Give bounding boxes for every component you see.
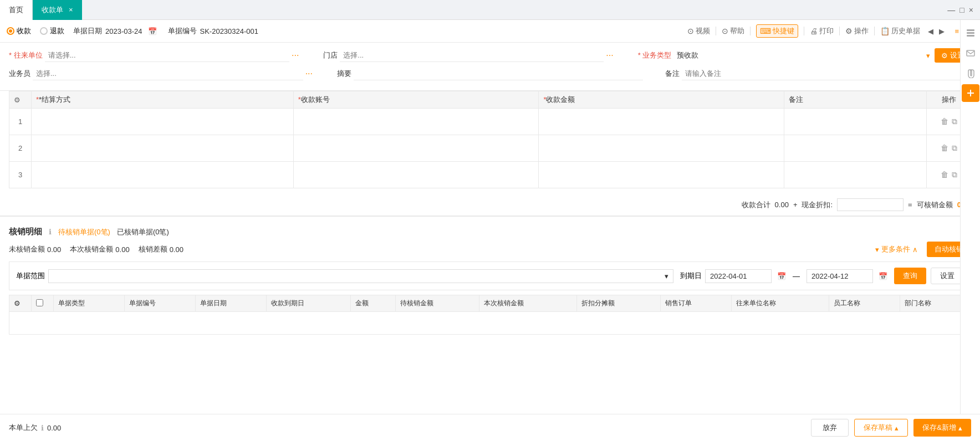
cell-account-1[interactable] [293, 109, 539, 135]
cell-account-3[interactable] [293, 162, 539, 188]
more-conditions-label: 更多条件 [881, 244, 910, 254]
copy-icon-1[interactable]: ⧉ [952, 117, 957, 126]
filter-settings-button[interactable]: 设置 [931, 268, 964, 284]
main-content: 收款 退款 单据日期 2023-03-24 📅 单据编号 SK-20230324… [0, 20, 980, 441]
pending-tab-link[interactable]: 待核销单据(0笔) [58, 227, 110, 237]
cell-settlement-1[interactable] [32, 109, 294, 135]
bottom-col-discount: 折扣分摊额 [576, 295, 661, 312]
done-tab-link[interactable]: 已核销单据(0笔) [117, 227, 169, 237]
history-label: 历史单据 [891, 26, 920, 36]
sidebar-email-icon[interactable] [962, 44, 979, 62]
cell-notes-3[interactable] [784, 162, 927, 188]
cell-amount-1[interactable] [539, 109, 784, 135]
this-cancel-label: 本次核销金额 [70, 244, 113, 254]
abandon-button[interactable]: 放弃 [811, 419, 849, 437]
bottom-settings-icon[interactable]: ⚙ [14, 299, 21, 307]
bottom-table-empty-row [9, 312, 971, 335]
date-from-input[interactable] [705, 269, 772, 283]
tab-close-icon[interactable]: × [69, 6, 73, 14]
stats-row: 未核销金额 0.00 本次核销金额 0.00 核销差额 0.00 ▾ 更多条件 … [9, 242, 971, 257]
nav-next-icon[interactable]: ▶ [937, 26, 947, 37]
settings-gear-icon: ⚙ [941, 52, 948, 60]
tab-active-label: 收款单 [42, 5, 63, 15]
sidebar-clip-icon[interactable] [962, 64, 979, 82]
maximize-button[interactable]: □ [959, 6, 964, 14]
writeoff-info-icon[interactable]: ℹ [49, 228, 52, 236]
range-select-inner: ▾ [53, 272, 668, 280]
shortcut-action[interactable]: ⌨ 快捷键 [756, 24, 798, 38]
chevron-up-icon: ∧ [912, 245, 918, 254]
store-input[interactable] [340, 49, 604, 62]
more-conditions[interactable]: ▾ 更多条件 ∧ [875, 244, 918, 254]
video-label: 视频 [696, 26, 710, 36]
sidebar-expand-icon[interactable] [962, 84, 979, 102]
partner-field: 往来单位 ··· [9, 49, 301, 62]
cell-notes-1[interactable] [784, 109, 927, 135]
partner-input[interactable] [45, 49, 289, 62]
video-icon: ⊙ [687, 27, 694, 35]
business-type-dropdown-icon[interactable]: ▾ [926, 52, 930, 60]
history-action[interactable]: 📋 历史单据 [880, 26, 920, 36]
summary-input[interactable] [354, 67, 643, 80]
print-action[interactable]: 🖨 打印 [810, 26, 834, 36]
col-notes-header: 备注 [784, 91, 927, 109]
cell-amount-3[interactable] [539, 162, 784, 188]
radio-shoukuan-circle [7, 27, 14, 35]
minimize-button[interactable]: — [947, 6, 955, 14]
cell-account-2[interactable] [293, 135, 539, 162]
discount-input[interactable] [837, 198, 904, 211]
partner-more-icon[interactable]: ··· [289, 50, 301, 60]
filter-row: 单据范围 ▾ 到期日 📅 — 📅 查询 设置 [9, 261, 971, 290]
select-all-checkbox[interactable] [36, 299, 43, 306]
filter-actions: 查询 设置 [894, 268, 964, 284]
cell-amount-2[interactable] [539, 135, 784, 162]
notes-input[interactable] [682, 67, 971, 80]
query-button[interactable]: 查询 [894, 268, 926, 284]
delete-icon-1[interactable]: 🗑 [941, 117, 948, 126]
footer-info-icon[interactable]: ℹ [41, 424, 44, 432]
tab-home[interactable]: 首页 [0, 0, 33, 20]
shortcut-label: 快捷键 [773, 26, 794, 36]
shortcut-icon: ⌨ [760, 27, 771, 35]
delete-icon-3[interactable]: 🗑 [941, 170, 948, 180]
cell-notes-2[interactable] [784, 135, 927, 162]
operation-label: 操作 [854, 26, 869, 36]
staff-input[interactable] [33, 67, 303, 80]
footer-info-label: 本单上欠 [9, 423, 38, 433]
tab-active[interactable]: 收款单 × [33, 0, 82, 20]
delete-icon-2[interactable]: 🗑 [941, 143, 948, 153]
svg-rect-0 [967, 29, 974, 31]
copy-icon-2[interactable]: ⧉ [952, 143, 957, 153]
footer-left: 本单上欠 ℹ 0.00 [9, 423, 61, 433]
history-icon: 📋 [880, 27, 890, 35]
staff-label: 业务员 [9, 69, 30, 79]
cell-settlement-2[interactable] [32, 135, 294, 162]
radio-shoukuan[interactable]: 收款 [7, 26, 31, 36]
uncancelled-value: 0.00 [47, 245, 61, 254]
calendar-icon[interactable]: 📅 [146, 26, 159, 37]
date-to-calendar-icon[interactable]: 📅 [879, 272, 887, 280]
cell-settlement-3[interactable] [32, 162, 294, 188]
data-table: ⚙ **结算方式 *收款账号 *收款金额 备注 操作 [9, 91, 971, 188]
close-button[interactable]: × [969, 6, 973, 14]
radio-tuikuan[interactable]: 退款 [40, 26, 64, 36]
save-new-button[interactable]: 保存&新增 ▴ [913, 419, 971, 437]
tab-home-label: 首页 [9, 5, 23, 15]
date-value: 2023-03-24 [105, 27, 142, 35]
copy-icon-3[interactable]: ⧉ [952, 170, 957, 180]
number-field-group: 单据编号 SK-20230324-001 [168, 26, 259, 36]
range-select[interactable]: ▾ [48, 269, 673, 283]
sidebar-table-icon[interactable] [962, 24, 979, 42]
date-to-input[interactable] [807, 269, 873, 283]
nav-prev-icon[interactable]: ◀ [926, 26, 936, 37]
staff-more-icon[interactable]: ··· [303, 69, 315, 79]
date-from-calendar-icon[interactable]: 📅 [777, 272, 786, 280]
operation-action[interactable]: ⚙ 操作 [845, 26, 869, 36]
help-action[interactable]: ⊙ 帮助 [722, 26, 744, 36]
svg-rect-1 [967, 32, 974, 34]
table-settings-icon[interactable]: ⚙ [14, 96, 21, 104]
store-more-icon[interactable]: ··· [604, 50, 615, 60]
draft-button[interactable]: 保存草稿 ▴ [854, 419, 908, 437]
video-action[interactable]: ⊙ 视频 [687, 26, 710, 36]
business-type-field: 业务类型 预收款 ▾ [638, 48, 930, 63]
